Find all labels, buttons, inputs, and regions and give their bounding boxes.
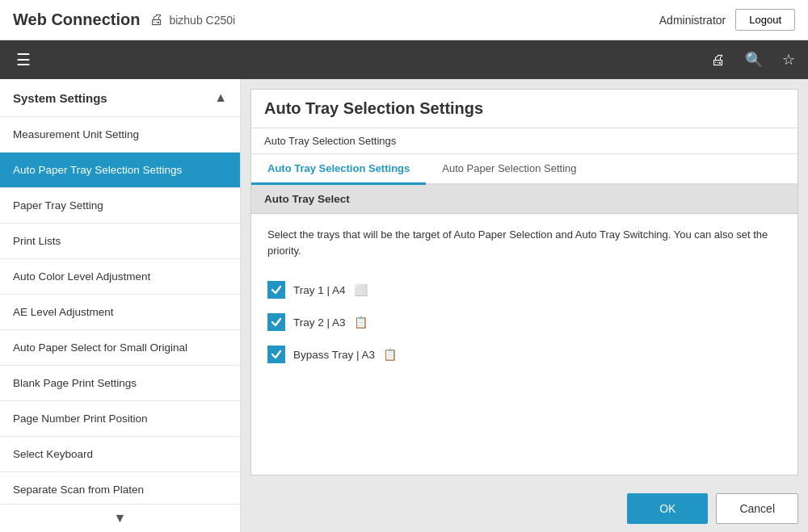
main-layout: System Settings ▲ Measurement Unit Setti… [0, 79, 808, 532]
sidebar-item-measurement-unit[interactable]: Measurement Unit Setting [0, 117, 240, 153]
printer-icon: 🖨 [149, 11, 164, 28]
sidebar-item-blank-page[interactable]: Blank Page Print Settings [0, 366, 240, 401]
tab-auto-tray-selection[interactable]: Auto Tray Selection Settings [251, 154, 426, 185]
content-panel: Auto Tray Selection Settings Auto Tray S… [250, 89, 798, 475]
tray1-label: Tray 1 | A4 [293, 284, 346, 296]
sidebar-item-print-lists[interactable]: Print Lists [0, 224, 240, 259]
sidebar-title: System Settings [13, 91, 107, 105]
toolbar: ☰ 🖨 🔍 ☆ [0, 40, 808, 79]
checkbox-item-tray1: Tray 1 | A4 ⬜ [267, 281, 781, 299]
sidebar-scroll-up-button[interactable]: ▲ [214, 90, 227, 105]
sidebar-item-ae-level[interactable]: AE Level Adjustment [0, 295, 240, 330]
tabs-bar: Auto Tray Selection Settings Auto Paper … [251, 154, 797, 185]
section-description: Select the trays that will be the target… [251, 214, 797, 274]
checkbox-tray2[interactable] [267, 313, 285, 331]
tab-auto-paper-selection[interactable]: Auto Paper Selection Setting [426, 154, 592, 185]
sidebar-scroll-down[interactable]: ▼ [0, 504, 240, 532]
bypass-icon: 📋 [383, 348, 397, 361]
star-icon[interactable]: ☆ [779, 48, 798, 72]
sidebar-header: System Settings ▲ [0, 79, 240, 117]
ok-button[interactable]: OK [627, 493, 708, 524]
admin-label: Administrator [659, 14, 726, 27]
toolbar-right: 🖨 🔍 ☆ [708, 48, 798, 72]
sidebar-scroll-down-button[interactable]: ▼ [114, 511, 127, 526]
checkbox-tray1[interactable] [267, 281, 285, 299]
cart-icon[interactable]: 🖨 [708, 48, 729, 72]
checkbox-item-tray2: Tray 2 | A3 📋 [267, 313, 781, 331]
checkbox-bypass[interactable] [267, 346, 285, 363]
search-icon[interactable]: 🔍 [742, 48, 766, 72]
header-left: Web Connection 🖨 bizhub C250i [13, 10, 235, 29]
page-title-bar: Auto Tray Selection Settings [251, 90, 797, 128]
content-area: Auto Tray Selection Settings Auto Tray S… [241, 79, 808, 532]
content-body: Auto Tray Select Select the trays that w… [251, 185, 797, 475]
sidebar-item-separate-scan[interactable]: Separate Scan from Platen [0, 472, 240, 504]
tray1-icon: ⬜ [354, 283, 368, 296]
page-title: Auto Tray Selection Settings [264, 99, 785, 128]
sidebar: System Settings ▲ Measurement Unit Setti… [0, 79, 241, 532]
hamburger-button[interactable]: ☰ [10, 44, 37, 76]
sidebar-item-select-keyboard[interactable]: Select Keyboard [0, 437, 240, 472]
bypass-label: Bypass Tray | A3 [293, 349, 375, 361]
sidebar-item-auto-paper-small[interactable]: Auto Paper Select for Small Original [0, 330, 240, 366]
header-right: Administrator Logout [659, 9, 795, 31]
device-info: 🖨 bizhub C250i [149, 11, 235, 28]
header: Web Connection 🖨 bizhub C250i Administra… [0, 0, 808, 40]
device-name: bizhub C250i [169, 14, 235, 27]
sidebar-item-auto-color[interactable]: Auto Color Level Adjustment [0, 259, 240, 295]
sidebar-items: Measurement Unit Setting Auto Paper Tray… [0, 117, 240, 504]
logout-button[interactable]: Logout [735, 9, 795, 31]
panel-sub-header: Auto Tray Selection Settings [251, 128, 797, 154]
sidebar-item-paper-tray[interactable]: Paper Tray Setting [0, 188, 240, 224]
toolbar-left: ☰ [10, 44, 37, 76]
checkbox-item-bypass: Bypass Tray | A3 📋 [267, 346, 781, 363]
footer-buttons: OK Cancel [241, 485, 808, 532]
sidebar-item-page-number[interactable]: Page Number Print Position [0, 401, 240, 437]
app-logo: Web Connection [13, 10, 140, 29]
sidebar-item-auto-paper-tray[interactable]: Auto Paper Tray Selection Settings [0, 153, 240, 188]
section-header: Auto Tray Select [251, 185, 797, 214]
tray2-label: Tray 2 | A3 [293, 316, 346, 329]
cancel-button[interactable]: Cancel [716, 493, 798, 524]
checkbox-list: Tray 1 | A4 ⬜ Tray 2 | A3 📋 [251, 274, 797, 376]
tray2-icon: 📋 [354, 316, 368, 329]
